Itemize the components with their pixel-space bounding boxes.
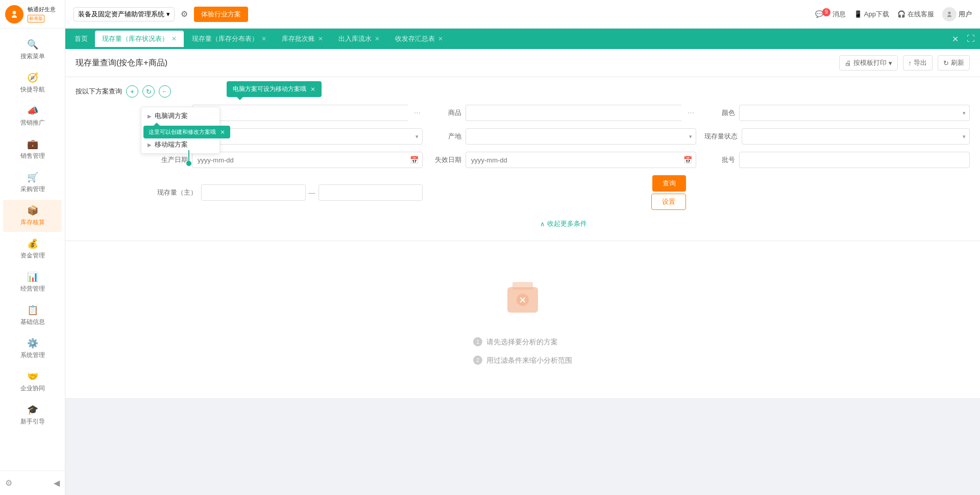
refresh-button[interactable]: ↻ 刷新 xyxy=(938,55,970,70)
sidebar-item-finance-label: 资金管理 xyxy=(20,251,45,260)
sidebar-item-collab[interactable]: 🤝 企业协同 xyxy=(3,366,62,398)
production-date-input[interactable] xyxy=(192,152,423,168)
sidebar-item-quicknav[interactable]: 🧭 快捷导航 xyxy=(3,67,62,99)
export-button[interactable]: ↑ 导出 xyxy=(903,55,933,70)
filter-origin: 产地 ▾ xyxy=(431,128,696,145)
scheme-item-desktop[interactable]: ▶ 电脑调方案 xyxy=(141,107,219,125)
setting-button[interactable]: 设置 xyxy=(651,194,686,210)
filter-rows: 仓库 ··· 商品 ··· 颜色 xyxy=(157,105,970,232)
collapse-filter-button[interactable]: ∧ 收起更多条件 xyxy=(157,215,970,232)
stock-qty-min-input[interactable] xyxy=(201,184,306,201)
sidebar-item-basic-label: 基础信息 xyxy=(20,318,45,326)
sales-icon: 💼 xyxy=(27,138,38,150)
page-header: 现存量查询(按仓库+商品) 🖨 按模板打印 ▾ ↑ 导出 ↻ 刷新 xyxy=(65,49,980,77)
empty-hint-1: 1 请先选择要分析的方案 xyxy=(473,335,572,349)
scheme-tooltip-close[interactable]: ✕ xyxy=(310,86,315,93)
sidebar-logo: 畅通好生意 标准版 xyxy=(0,0,65,29)
batch-label: 批号 xyxy=(704,155,735,164)
filter-stock-qty: 现存量（主） — xyxy=(157,175,423,210)
system-selector[interactable]: 装备及固定资产辅助管理系统 ▾ xyxy=(74,7,175,21)
sidebar-nav: 🔍 搜索菜单 🧭 快捷导航 📣 营销推广 💼 销售管理 🛒 采购管理 📦 库存核… xyxy=(0,29,65,470)
sidebar-item-sales[interactable]: 💼 销售管理 xyxy=(3,133,62,166)
svg-rect-3 xyxy=(512,282,533,290)
refresh-label: 刷新 xyxy=(951,58,964,67)
color-select[interactable] xyxy=(739,105,970,121)
warehouse-dots[interactable]: ··· xyxy=(412,108,423,117)
origin-select[interactable] xyxy=(465,128,696,145)
tab-expand-icon[interactable]: ✕ xyxy=(949,32,962,46)
tabs-right: ✕ ⛶ xyxy=(949,32,978,46)
message-action[interactable]: 💬 9 消息 xyxy=(815,10,846,19)
filter-row-1: 仓库 ··· 商品 ··· 颜色 xyxy=(157,105,970,121)
tab-inventory-status[interactable]: 现存量（库存状况表） ✕ xyxy=(95,31,184,47)
tab-warehouse-flow-close[interactable]: ✕ xyxy=(375,35,380,42)
collapse-sidebar-icon[interactable]: ◀ xyxy=(52,476,62,490)
header-left: 装备及固定资产辅助管理系统 ▾ ⚙ 体验行业方案 xyxy=(74,7,248,22)
tab-inventory-status-label: 现存量（库存状况表） xyxy=(102,34,168,43)
sidebar-item-inventory[interactable]: 📦 库存核算 xyxy=(3,200,62,232)
sidebar-item-search[interactable]: 🔍 搜索菜单 xyxy=(3,34,62,66)
filter-product: 商品 ··· xyxy=(431,105,696,121)
tab-summary[interactable]: 收发存汇总表 ✕ xyxy=(388,31,450,47)
sidebar-item-system[interactable]: ⚙️ 系统管理 xyxy=(3,333,62,365)
collab-icon: 🤝 xyxy=(27,371,38,382)
scheme-item-mobile[interactable]: 这里可以创建和修改方案哦 ✕ ▶ 移动端方案 xyxy=(141,125,219,153)
user-action[interactable]: 用户 xyxy=(942,7,972,21)
expiry-date-input[interactable] xyxy=(465,152,696,168)
stock-qty-label: 现存量（主） xyxy=(157,188,197,197)
tab-warehouse-flow[interactable]: 出入库流水 ✕ xyxy=(331,31,387,47)
range-separator: — xyxy=(309,189,315,197)
home-tab-label: 首页 xyxy=(75,34,88,43)
sidebar-item-sales-label: 销售管理 xyxy=(20,152,45,160)
scheme-tooltip2-text: 这里可以创建和修改方案哦 xyxy=(149,128,216,136)
warehouse-input[interactable] xyxy=(192,105,408,121)
sidebar-item-finance[interactable]: 💰 资金管理 xyxy=(3,233,62,265)
collapse-filter-label: 收起更多条件 xyxy=(547,219,587,228)
refresh-scheme-button[interactable]: ↻ xyxy=(142,85,155,98)
sidebar-item-operations[interactable]: 📊 经营管理 xyxy=(3,266,62,298)
sidebar-item-search-label: 搜索菜单 xyxy=(20,52,45,61)
scheme-tooltip2-close[interactable]: ✕ xyxy=(220,129,225,136)
settings-icon[interactable]: ⚙ xyxy=(3,476,14,490)
sidebar-item-guide[interactable]: 🎓 新手引导 xyxy=(3,399,62,431)
tab-inventory-status-close[interactable]: ✕ xyxy=(172,35,177,42)
tab-inventory-dist[interactable]: 现存量（库存分布表） ✕ xyxy=(185,31,274,47)
quicknav-icon: 🧭 xyxy=(27,72,38,83)
print-button[interactable]: 🖨 按模板打印 ▾ xyxy=(839,55,898,70)
stock-status-select[interactable] xyxy=(742,128,970,145)
scheme-arrow-icon: ▶ xyxy=(148,113,152,119)
online-support-action[interactable]: 🎧 在线客服 xyxy=(897,10,934,19)
stock-qty-range: — xyxy=(201,184,423,201)
search-button[interactable]: 查询 xyxy=(652,175,686,192)
sidebar-item-purchase[interactable]: 🛒 采购管理 xyxy=(3,167,62,199)
batch-input[interactable] xyxy=(739,152,970,168)
app-download-action[interactable]: 📱 App下载 xyxy=(854,10,889,19)
product-label: 商品 xyxy=(431,108,461,117)
logo-badge: 标准版 xyxy=(28,15,44,22)
tab-inventory-batch-close[interactable]: ✕ xyxy=(318,35,323,42)
production-date-wrap: 📅 xyxy=(192,152,423,168)
filter-production-date: 生产日期 📅 xyxy=(157,152,423,168)
empty-hint-2-text: 用过滤条件来缩小分析范围 xyxy=(486,353,572,367)
trial-button[interactable]: 体验行业方案 xyxy=(194,7,248,22)
marketing-icon: 📣 xyxy=(27,105,38,116)
add-scheme-button[interactable]: + xyxy=(126,85,138,98)
settings-icon[interactable]: ⚙ xyxy=(181,9,188,19)
tab-fullscreen-icon[interactable]: ⛶ xyxy=(964,32,978,45)
product-input[interactable] xyxy=(465,105,681,121)
tab-summary-close[interactable]: ✕ xyxy=(438,35,443,42)
sidebar-item-operations-label: 经营管理 xyxy=(20,285,45,293)
product-dots[interactable]: ··· xyxy=(685,108,696,117)
production-date-label: 生产日期 xyxy=(157,155,188,164)
back-scheme-button[interactable]: ← xyxy=(159,85,171,98)
tab-inventory-dist-close[interactable]: ✕ xyxy=(261,35,266,42)
stock-qty-max-input[interactable] xyxy=(318,184,423,201)
empty-hint-1-text: 请先选择要分析的方案 xyxy=(486,335,558,349)
logo-text: 畅通好生意 xyxy=(28,6,56,13)
tabs-bar: 首页 现存量（库存状况表） ✕ 现存量（库存分布表） ✕ 库存批次账 ✕ 出入库… xyxy=(65,29,980,49)
tab-inventory-batch[interactable]: 库存批次账 ✕ xyxy=(275,31,330,47)
tab-home[interactable]: 首页 xyxy=(67,31,95,47)
sidebar-item-basic[interactable]: 📋 基础信息 xyxy=(3,299,62,332)
sidebar-item-marketing[interactable]: 📣 营销推广 xyxy=(3,100,62,132)
svg-point-1 xyxy=(948,11,950,14)
